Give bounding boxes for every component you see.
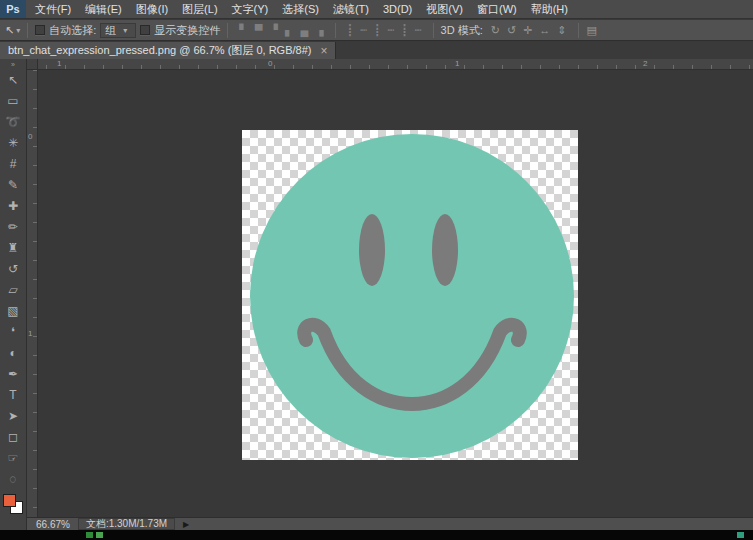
smiley-image	[242, 130, 578, 460]
smiley-left-eye	[359, 214, 385, 286]
eraser-tool[interactable]: ▱	[0, 279, 27, 300]
ruler-mark: 2	[643, 59, 647, 69]
menu-layer[interactable]: 图层(L)	[175, 0, 224, 18]
tools-panel: » ↖ ▭ ➰ ✳ # ✎ ✚ ✏ ♜ ↺ ▱ ▧ ❛ ◐ ✒ T ➤ ◻ ☞ …	[0, 59, 27, 530]
distribute-icon[interactable]: ┉	[414, 25, 423, 36]
auto-select-label: 自动选择:	[49, 23, 96, 38]
toolbar-collapse-button[interactable]: »	[11, 59, 15, 69]
3d-drag-icon[interactable]: ✛	[522, 25, 533, 36]
document-tab[interactable]: btn_chat_expression_pressed.png @ 66.7% …	[0, 42, 336, 59]
document-tab-bar: btn_chat_expression_pressed.png @ 66.7% …	[0, 42, 753, 59]
divider	[335, 23, 336, 38]
auto-select-target-dropdown[interactable]: 组 ▾	[100, 23, 136, 38]
document-canvas[interactable]	[242, 130, 578, 460]
ruler-mark: 1	[28, 330, 32, 338]
show-transform-controls-checkbox[interactable]	[140, 25, 150, 35]
rectangle-tool[interactable]: ◻	[0, 426, 27, 447]
chevron-down-icon: ▾	[16, 26, 20, 35]
distribute-icon[interactable]: ┋	[346, 25, 355, 36]
clone-stamp-tool[interactable]: ♜	[0, 237, 27, 258]
hand-tool[interactable]: ☞	[0, 447, 27, 468]
dodge-tool[interactable]: ◐	[0, 342, 27, 363]
menu-3d[interactable]: 3D(D)	[376, 0, 419, 18]
menu-help[interactable]: 帮助(H)	[524, 0, 575, 18]
zoom-level-field[interactable]: 66.67%	[36, 519, 70, 530]
align-icon[interactable]: ▗	[314, 25, 324, 36]
status-bar: 66.67% 文档:1.30M/1.73M ▶	[27, 517, 753, 530]
gradient-tool[interactable]: ▧	[0, 300, 27, 321]
workspace-icon[interactable]: ▤	[586, 25, 598, 36]
eyedropper-tool[interactable]: ✎	[0, 174, 27, 195]
menu-type[interactable]: 文字(Y)	[225, 0, 276, 18]
distribute-icon-group: ┋ ┉ ┋ ┉ ┋ ┉	[343, 25, 426, 36]
divider	[578, 23, 579, 38]
taskbar-strip	[0, 530, 753, 540]
3d-roll-icon[interactable]: ↺	[506, 25, 517, 36]
menu-filter[interactable]: 滤镜(T)	[326, 0, 376, 18]
ruler-mark: 0	[28, 133, 32, 141]
align-icon-group: ▘ ▀ ▝ ▖ ▄ ▗	[235, 25, 327, 36]
quick-selection-tool[interactable]: ✳	[0, 132, 27, 153]
align-icon[interactable]: ▖	[284, 25, 294, 36]
document-size-field: 文档:1.30M/1.73M	[78, 518, 175, 530]
align-icon[interactable]: ▝	[269, 25, 279, 36]
spot-healing-brush-tool[interactable]: ✚	[0, 195, 27, 216]
ruler-mark: 0	[268, 59, 272, 69]
rectangular-marquee-tool[interactable]: ▭	[0, 90, 27, 111]
zoom-tool[interactable]: ◌	[0, 468, 27, 489]
type-tool[interactable]: T	[0, 384, 27, 405]
menu-image[interactable]: 图像(I)	[129, 0, 175, 18]
brush-tool[interactable]: ✏	[0, 216, 27, 237]
lasso-tool[interactable]: ➰	[0, 111, 27, 132]
divider	[433, 23, 434, 38]
crop-tool[interactable]: #	[0, 153, 27, 174]
photoshop-window: Ps 文件(F) 编辑(E) 图像(I) 图层(L) 文字(Y) 选择(S) 滤…	[0, 0, 753, 540]
distribute-icon[interactable]: ┉	[387, 25, 396, 36]
ruler-mark: 1	[455, 59, 459, 69]
tool-preset-picker[interactable]: ↖ ▾	[5, 24, 20, 37]
document-size-text: 文档:1.30M/1.73M	[86, 517, 167, 531]
photoshop-logo: Ps	[0, 0, 26, 18]
taskbar-icon	[86, 532, 93, 538]
auto-select-target-value: 组	[105, 23, 116, 38]
3d-slide-icon[interactable]: ↔	[538, 25, 551, 36]
document-tab-title: btn_chat_expression_pressed.png @ 66.7% …	[8, 43, 311, 58]
menu-view[interactable]: 视图(V)	[419, 0, 470, 18]
blur-tool[interactable]: ❛	[0, 321, 27, 342]
move-tool[interactable]: ↖	[0, 69, 27, 90]
menu-bar: Ps 文件(F) 编辑(E) 图像(I) 图层(L) 文字(Y) 选择(S) 滤…	[0, 0, 753, 19]
divider	[227, 23, 228, 38]
smiley-right-eye	[432, 214, 458, 286]
show-transform-controls-label: 显示变换控件	[154, 23, 220, 38]
foreground-color-swatch[interactable]	[3, 494, 16, 507]
3d-scale-icon[interactable]: ⇕	[556, 25, 567, 36]
path-selection-tool[interactable]: ➤	[0, 405, 27, 426]
history-brush-tool[interactable]: ↺	[0, 258, 27, 279]
align-icon[interactable]: ▄	[300, 25, 310, 36]
menu-window[interactable]: 窗口(W)	[470, 0, 524, 18]
align-icon[interactable]: ▘	[238, 25, 248, 36]
align-icon[interactable]: ▀	[254, 25, 264, 36]
vertical-ruler[interactable]: 0 1	[27, 70, 38, 517]
close-icon[interactable]: ×	[320, 45, 327, 57]
3d-mode-label: 3D 模式:	[441, 23, 483, 38]
menu-select[interactable]: 选择(S)	[275, 0, 326, 18]
tool-options-bar: ↖ ▾ 自动选择: 组 ▾ 显示变换控件 ▘ ▀ ▝ ▖ ▄ ▗ ┋ ┉ ┋ ┉…	[0, 20, 753, 41]
ruler-corner	[27, 59, 38, 70]
3d-rotate-icon[interactable]: ↻	[490, 25, 501, 36]
3d-mode-icon-group: ↻ ↺ ✛ ↔ ⇕	[487, 25, 571, 36]
auto-select-checkbox[interactable]	[35, 25, 45, 35]
divider	[27, 23, 28, 38]
taskbar-icon	[737, 532, 744, 538]
status-options-arrow-icon[interactable]: ▶	[183, 520, 189, 529]
distribute-icon[interactable]: ┉	[359, 25, 368, 36]
pen-tool[interactable]: ✒	[0, 363, 27, 384]
ruler-mark: 1	[57, 59, 61, 69]
color-swatches[interactable]	[3, 494, 23, 514]
menu-file[interactable]: 文件(F)	[28, 0, 78, 18]
taskbar-icon	[96, 532, 103, 538]
horizontal-ruler[interactable]: 1 0 1 2	[27, 59, 753, 70]
distribute-icon[interactable]: ┋	[373, 25, 382, 36]
menu-edit[interactable]: 编辑(E)	[78, 0, 129, 18]
distribute-icon[interactable]: ┋	[400, 25, 409, 36]
